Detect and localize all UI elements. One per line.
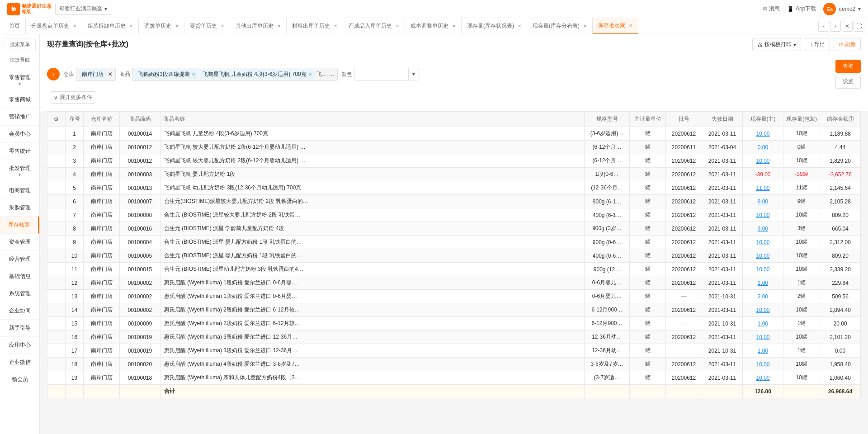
- tab-stock-status[interactable]: 现存量(库存状况表) ✕: [462, 18, 527, 34]
- tab-close-icon[interactable]: ✕: [175, 24, 179, 28]
- sidebar-item-retail-mall[interactable]: 零售商城: [0, 91, 39, 108]
- sidebar-item-operations[interactable]: 经营管理: [0, 251, 39, 268]
- cell-stock-pkg: 1罐: [783, 317, 820, 330]
- tab-stock-dist[interactable]: 现存量(库存分布表) ✕: [527, 18, 593, 34]
- user-profile[interactable]: Ea demo2 ▾: [823, 3, 861, 15]
- sidebar-item-inventory[interactable]: 库存核算: [0, 217, 39, 234]
- cell-spec: 400g (6-1…: [585, 208, 630, 222]
- sidebar-item-retail[interactable]: 零售管理 ▼: [0, 69, 39, 91]
- cell-stock-main[interactable]: 10.00: [743, 249, 783, 263]
- filter-toggle-button[interactable]: ›: [47, 68, 60, 80]
- tab-close-icon[interactable]: ✕: [277, 24, 281, 28]
- tab-prev-arrow[interactable]: ‹: [818, 21, 829, 32]
- table-row: 17 南岸门店 00100019 惠氏启醒 (Wyeth illuma) 3段奶…: [47, 344, 861, 358]
- sidebar-item-purchase[interactable]: 采购管理: [0, 199, 39, 217]
- tab-stock-batch[interactable]: 库存批次聚 ✕: [593, 18, 638, 34]
- cell-stock-main[interactable]: 2.00: [743, 290, 783, 303]
- tab-close-icon[interactable]: ✕: [583, 24, 587, 28]
- cell-stock-main[interactable]: 3.00: [743, 222, 783, 236]
- cell-stock-main[interactable]: 1.00: [743, 317, 783, 330]
- cell-stock-main[interactable]: 10.00: [743, 303, 783, 317]
- cell-stock-main[interactable]: 10.00: [743, 330, 783, 344]
- tab-close-all-button[interactable]: ✕: [842, 21, 853, 32]
- product-tag-1-remove[interactable]: ✕: [192, 72, 195, 77]
- sidebar-item-wholesale[interactable]: 批发管理 ▼: [0, 160, 39, 182]
- cell-stock-main[interactable]: 10.00: [743, 154, 783, 168]
- tab-split-inventory[interactable]: 分量盘点单历史 ✕: [26, 18, 82, 34]
- table-row: 11 南岸门店 00100015 合生元 (BIOSTIME) 派星幼儿配方奶粉…: [47, 263, 861, 276]
- query-button[interactable]: 查询: [835, 60, 861, 73]
- cell-name: 惠氏启醒 (Wyeth illuma) 2段奶粉 爱尔兰进口 6-12月较…: [160, 303, 585, 317]
- cell-stock-main[interactable]: 10.00: [743, 263, 783, 276]
- cell-batch: 20200612: [666, 236, 702, 249]
- sidebar-item-enterprise[interactable]: 企业协同: [0, 302, 39, 320]
- cell-stock-main[interactable]: 10.00: [743, 371, 783, 385]
- refresh-button[interactable]: ↺ 刷新: [834, 38, 861, 51]
- tab-home[interactable]: 首页: [4, 18, 26, 34]
- cell-stock-main[interactable]: 10.00: [743, 236, 783, 249]
- tab-product-in[interactable]: 产成品入库单历史 ✕: [343, 18, 405, 34]
- cell-batch: —: [666, 290, 702, 303]
- tab-close-icon[interactable]: ✕: [221, 24, 224, 28]
- tab-disassemble[interactable]: 组装拆卸单历史 ✕: [82, 18, 139, 34]
- sidebar-item-member-card[interactable]: 畅会员: [0, 371, 39, 388]
- cell-warehouse: 南岸门店: [84, 222, 120, 236]
- sidebar-item-basic[interactable]: 基础信息: [0, 268, 39, 285]
- cell-code: 00100013: [120, 181, 160, 195]
- sidebar-item-marketing[interactable]: 营销推广: [0, 108, 39, 126]
- product-tag-group[interactable]: 飞鹤奶粉3段四罐提装 ✕ 飞鹤星飞帆 儿童奶粉 4段(3-6岁适用) 700克 …: [132, 68, 338, 81]
- th-stock-pkg: 现存量(包装): [783, 112, 820, 127]
- export-button[interactable]: ↑ 导出: [805, 38, 830, 51]
- sidebar-item-enterprise-wechat[interactable]: 企业微信: [0, 354, 39, 371]
- sidebar-item-member[interactable]: 会员中心: [0, 126, 39, 143]
- tab-close-icon[interactable]: ✕: [629, 23, 632, 28]
- cell-stock-main[interactable]: 11.00: [743, 181, 783, 195]
- cell-stock-main[interactable]: 1.00: [743, 276, 783, 290]
- cell-stock-main[interactable]: 10.00: [743, 127, 783, 141]
- cell-spec: (3-7岁适…: [585, 371, 630, 385]
- expand-conditions-button[interactable]: ∨ 展开更多条件: [50, 91, 96, 104]
- sidebar-item-finance[interactable]: 资金管理: [0, 234, 39, 251]
- tab-close-icon[interactable]: ✕: [129, 24, 133, 28]
- warehouse-remove-icon[interactable]: ✕: [108, 71, 113, 77]
- cell-stock-main[interactable]: 10.00: [743, 208, 783, 222]
- tab-close-icon[interactable]: ✕: [452, 24, 456, 28]
- app-download-button[interactable]: 📱 App下载: [787, 5, 816, 13]
- tab-material-out[interactable]: 材料出库单历史 ✕: [287, 18, 343, 34]
- color-input[interactable]: [354, 68, 408, 80]
- tab-close-icon[interactable]: ✕: [396, 24, 399, 28]
- sidebar-item-system[interactable]: 系统管理: [0, 285, 39, 302]
- message-button[interactable]: ✉ 消息: [763, 5, 780, 13]
- th-settings[interactable]: ⚙: [47, 112, 66, 127]
- cell-stock-main[interactable]: 0.00: [743, 141, 783, 154]
- cell-stock-main[interactable]: -39.00: [743, 168, 783, 181]
- tab-maximize-button[interactable]: ⛶: [854, 21, 864, 32]
- industry-selector[interactable]: 母婴行业演示账套 ▾: [55, 3, 111, 15]
- sidebar-item-newbie[interactable]: 新手引导: [0, 320, 39, 337]
- tab-other-out[interactable]: 其他出库单历史 ✕: [230, 18, 287, 34]
- cell-settings: [47, 317, 66, 330]
- logo-area: 畅 畅捷通好生意 标版: [7, 3, 52, 15]
- print-button[interactable]: 🖨 按模板打印 ▾: [752, 38, 801, 51]
- product-tag-2-remove[interactable]: ✕: [308, 72, 312, 77]
- cell-spec: 400g (0-6…: [585, 249, 630, 263]
- cell-stock-main[interactable]: 1.00: [743, 344, 783, 358]
- sidebar-item-app-center[interactable]: 应用中心: [0, 337, 39, 354]
- settings-button[interactable]: 设置: [835, 75, 861, 89]
- tab-transfer[interactable]: 调拨单历史 ✕: [139, 18, 184, 34]
- cell-name: 合生元 (BIOSTIME) 派星幼儿配方奶粉 3段 乳铁蛋白的4…: [160, 263, 585, 276]
- tab-next-arrow[interactable]: ›: [830, 21, 841, 32]
- cell-stock-main[interactable]: 9.00: [743, 195, 783, 208]
- th-spec: 规格型号: [585, 112, 630, 127]
- color-dropdown-button[interactable]: ▾: [408, 68, 419, 80]
- tab-cost-adj[interactable]: 成本调整单历史 ✕: [405, 18, 462, 34]
- warehouse-tag-group[interactable]: 南岸门店 ✕: [76, 68, 116, 81]
- tab-close-icon[interactable]: ✕: [334, 24, 337, 28]
- sidebar-item-retail-stats[interactable]: 零售统计: [0, 143, 39, 160]
- tab-pick[interactable]: 要货单历史 ✕: [184, 18, 230, 34]
- sidebar-item-ecommerce[interactable]: 电商管理: [0, 182, 39, 199]
- cell-stock-main[interactable]: 10.00: [743, 358, 783, 371]
- tab-close-icon[interactable]: ✕: [518, 24, 521, 28]
- tab-close-icon[interactable]: ✕: [73, 24, 76, 28]
- search-menu-button[interactable]: 搜索菜单: [4, 38, 36, 51]
